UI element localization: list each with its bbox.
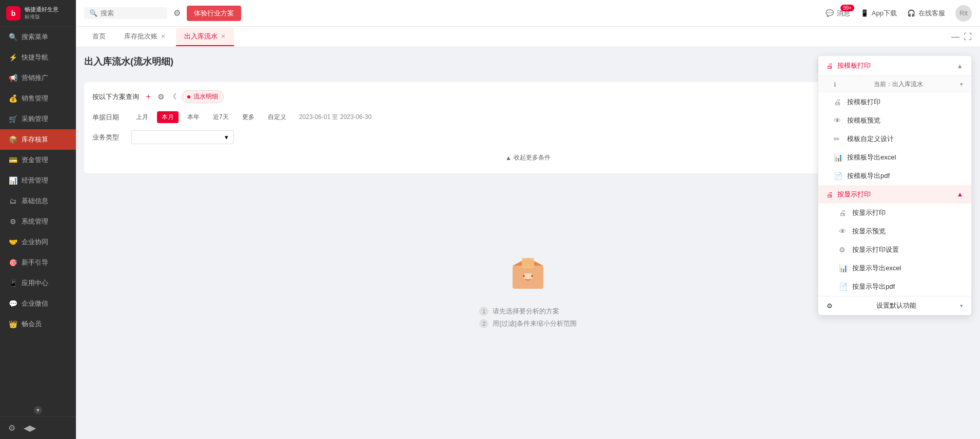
sidebar-scroll-indicator: ▼ <box>0 404 76 416</box>
tip-item-2: 2 用[过滤]条件来缩小分析范围 <box>479 319 576 328</box>
sidebar-item-corp[interactable]: 🤝 企业协同 <box>0 232 76 252</box>
tab-maximize-icon[interactable]: ⛶ <box>964 32 972 42</box>
dropdown-item-display-excel[interactable]: 📊 按显示导出excel <box>818 259 971 277</box>
item-label-display-settings: 按显示打印设置 <box>852 245 899 254</box>
header-gear-icon[interactable]: ⚙ <box>173 8 181 18</box>
collapse-toggle-icon[interactable]: ◀▶ <box>24 423 36 433</box>
date-btn-7days[interactable]: 近7天 <box>208 111 233 123</box>
dropdown-footer[interactable]: ⚙ 设置默认功能 ▾ <box>818 296 971 315</box>
tab-batch-account[interactable]: 库存批次账 ✕ <box>116 28 174 46</box>
settings-icon[interactable]: ⚙ <box>8 423 15 433</box>
print-icon-2: 🖨 <box>839 209 847 217</box>
wechat-icon: 💬 <box>8 299 17 308</box>
dropdown-item-template-preview[interactable]: 👁 按模板预览 <box>818 111 971 130</box>
sidebar-item-wechat[interactable]: 💬 企业微信 <box>0 293 76 314</box>
main-area: 🔍 ⚙ 体验行业方案 💬 消息 99+ 📱 App下载 🎧 在线客服 Rit <box>76 0 980 439</box>
tab-batch-account-close[interactable]: ✕ <box>161 33 166 39</box>
filter-collapse-icon[interactable]: 《 <box>169 92 177 102</box>
chevron-up-dropdown[interactable]: ▲ <box>956 62 963 70</box>
date-shortcuts: 上月 本月 本年 近7天 更多 自定义 <box>131 111 291 123</box>
preview-icon-2: 👁 <box>839 227 847 235</box>
sidebar-item-base[interactable]: 🗂 基础信息 <box>0 191 76 211</box>
sidebar-bottom: ⚙ ◀▶ <box>0 416 76 439</box>
footer-label: 设置默认功能 <box>876 301 916 310</box>
item-label-template-pdf: 按模板导出pdf <box>847 171 890 181</box>
dropdown-item-display-pdf[interactable]: 📄 按显示导出pdf <box>818 277 971 296</box>
date-btn-this-month[interactable]: 本月 <box>157 111 179 123</box>
filter-add-btn[interactable]: ＋ <box>144 91 152 102</box>
tab-flow-close[interactable]: ✕ <box>221 33 226 39</box>
chevron-down-icon-2: ▾ <box>225 133 228 141</box>
date-btn-more[interactable]: 更多 <box>238 111 259 123</box>
sidebar-label-base: 基础信息 <box>22 196 48 206</box>
pdf-icon: 📄 <box>834 172 842 180</box>
filter-setting-icon[interactable]: ⚙ <box>158 92 164 102</box>
sidebar-item-sales[interactable]: 💰 销售管理 <box>0 88 76 109</box>
filter-title: 按以下方案查询 <box>92 92 139 102</box>
sidebar-label-sales: 销售管理 <box>22 94 48 103</box>
sidebar-item-quick-nav[interactable]: ⚡ 快捷导航 <box>0 47 76 68</box>
header-right: 💬 消息 99+ 📱 App下载 🎧 在线客服 Rit <box>826 5 972 22</box>
dropdown-item-display-preview[interactable]: 👁 按显示预览 <box>818 222 971 241</box>
scroll-down-btn[interactable]: ▼ <box>34 406 42 414</box>
sidebar-logo: b 畅捷通好生意 标准版 <box>0 0 76 27</box>
date-btn-last-month[interactable]: 上月 <box>131 111 153 123</box>
excel-icon-2: 📊 <box>839 264 847 272</box>
search-input[interactable] <box>101 9 162 17</box>
sidebar-item-app-center[interactable]: 📱 应用中心 <box>0 273 76 293</box>
operations-icon: 📊 <box>8 176 17 185</box>
dropdown-item-template-print[interactable]: 🖨 按模板打印 <box>818 93 971 111</box>
industry-btn[interactable]: 体验行业方案 <box>187 6 241 21</box>
printer-section-icon: 🖨 <box>827 191 833 198</box>
sidebar-label-purchase: 采购管理 <box>22 114 48 124</box>
member-icon: 👑 <box>8 320 17 329</box>
tab-flow[interactable]: 出入库流水 ✕ <box>176 28 234 46</box>
dropdown-section-display[interactable]: 🖨 按显示打印 ▲ <box>818 185 971 204</box>
item-label-template-custom: 模板自定义设计 <box>847 134 894 144</box>
date-btn-custom[interactable]: 自定义 <box>263 111 291 123</box>
filter-chip-detail[interactable]: 流水明细 <box>182 90 224 103</box>
sidebar-item-inventory[interactable]: 📦 库存核算 <box>0 129 76 150</box>
svg-point-5 <box>531 275 533 277</box>
sidebar: b 畅捷通好生意 标准版 🔍 搜索菜单 ⚡ 快捷导航 📢 营销推广 💰 销售管理… <box>0 0 76 439</box>
sidebar-label-system: 系统管理 <box>22 217 48 226</box>
header-search-box[interactable]: 🔍 <box>84 7 167 19</box>
message-action[interactable]: 💬 消息 99+ <box>826 9 850 18</box>
message-badge: 99+ <box>840 5 854 11</box>
sidebar-item-purchase[interactable]: 🛒 采购管理 <box>0 109 76 129</box>
excel-icon: 📊 <box>834 153 842 162</box>
tab-flow-label: 出入库流水 <box>184 32 218 41</box>
design-icon: ✏ <box>834 135 842 143</box>
logo-icon: b <box>6 6 21 21</box>
tab-home[interactable]: 首页 <box>84 28 114 46</box>
dropdown-item-template-pdf[interactable]: 📄 按模板导出pdf <box>818 167 971 185</box>
date-range-text: 2023-06-01 至 2023-06-30 <box>299 113 371 122</box>
sidebar-item-member[interactable]: 👑 畅会员 <box>0 314 76 334</box>
date-btn-this-year[interactable]: 本年 <box>183 111 204 123</box>
section-display-left: 🖨 按显示打印 <box>827 190 871 199</box>
chevron-down-current: ▾ <box>960 81 963 88</box>
sidebar-label-search: 搜索菜单 <box>22 32 48 42</box>
tab-minimize-icon[interactable]: — <box>951 32 959 42</box>
user-avatar[interactable]: Rit <box>955 5 972 22</box>
tip-text-1: 请先选择要分析的方案 <box>493 307 559 316</box>
sidebar-label-member: 畅会员 <box>22 320 42 329</box>
dropdown-item-template-custom[interactable]: ✏ 模板自定义设计 <box>818 130 971 148</box>
sidebar-item-system[interactable]: ⚙ 系统管理 <box>0 211 76 232</box>
dropdown-item-display-settings[interactable]: ⚙ 按显示打印设置 <box>818 241 971 259</box>
sidebar-item-finance[interactable]: 💳 资金管理 <box>0 150 76 170</box>
search-icon: 🔍 <box>8 32 17 42</box>
sidebar-item-operations[interactable]: 📊 经营管理 <box>0 170 76 191</box>
dropdown-item-template-excel[interactable]: 📊 按模板导出excel <box>818 148 971 167</box>
svg-rect-3 <box>524 273 532 280</box>
dropdown-item-display-print[interactable]: 🖨 按显示打印 <box>818 204 971 222</box>
sidebar-item-marketing[interactable]: 📢 营销推广 <box>0 68 76 88</box>
business-type-select[interactable]: ▾ <box>131 130 234 144</box>
app-download-action[interactable]: 📱 App下载 <box>860 9 897 18</box>
online-service-action[interactable]: 🎧 在线客服 <box>907 9 945 18</box>
user-name: Rit <box>959 9 968 17</box>
sidebar-item-guide[interactable]: 🎯 新手引导 <box>0 252 76 273</box>
sidebar-item-search[interactable]: 🔍 搜索菜单 <box>0 27 76 47</box>
inventory-icon: 📦 <box>8 135 17 144</box>
svg-rect-2 <box>522 258 534 268</box>
